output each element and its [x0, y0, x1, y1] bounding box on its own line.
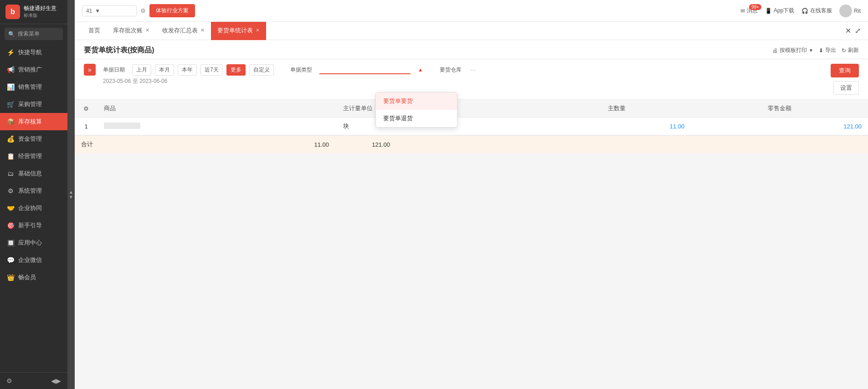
sidebar-item-label: 销售管理 — [18, 83, 42, 91]
date-btn-more[interactable]: 更多 — [226, 64, 246, 76]
marketing-icon: 📢 — [6, 66, 15, 73]
sidebar-logo: b 畅捷通好生意 标准版 — [0, 0, 67, 24]
date-btn-last-month[interactable]: 上月 — [132, 64, 151, 76]
page-header-actions: 🖨 按模板打印 ▼ ⬇ 导出 ↻ 刷新 — [772, 46, 859, 54]
amount-link[interactable]: 121.00 — [843, 123, 862, 130]
sidebar-item-basic[interactable]: 🗂 基础信息 — [0, 165, 67, 182]
trial-button[interactable]: 体验行业方案 — [149, 4, 195, 17]
apps-icon: 🔲 — [6, 239, 15, 246]
sidebar-search[interactable]: 🔍 搜索菜单 — [5, 28, 63, 40]
sales-icon: 📊 — [6, 83, 15, 91]
col-settings[interactable]: ⚙ — [75, 100, 98, 118]
operation-icon: 📋 — [6, 153, 15, 160]
export-button[interactable]: ⬇ 导出 — [819, 46, 836, 54]
sidebar-item-guide[interactable]: 🎯 新手引导 — [0, 217, 67, 234]
refresh-button[interactable]: ↻ 刷新 — [842, 46, 859, 54]
table-header-row: ⚙ 商品 主计量单位 主数量 零售金额 — [75, 100, 868, 118]
sidebar-item-wechat[interactable]: 💬 企业微信 — [0, 251, 67, 269]
footer-label: 合计 — [81, 140, 213, 148]
app-download-button[interactable]: 📱 App下载 — [765, 7, 794, 15]
sidebar: b 畅捷通好生意 标准版 🔍 搜索菜单 ⚡ 快捷导航 📢 营销推广 📊 销售管理… — [0, 0, 67, 389]
batch-tab-close[interactable]: ✕ — [145, 27, 149, 33]
tabbar: 首页 库存批次账 ✕ 收发存汇总表 ✕ 要货单统计表 ✕ ✕ ⤢ — [75, 22, 868, 40]
print-button[interactable]: 🖨 按模板打印 ▼ — [772, 46, 813, 54]
summary-tab-label: 收发存汇总表 — [162, 26, 198, 35]
store-selector[interactable]: 41 ▼ — [82, 5, 137, 16]
filter-toggle-btn[interactable]: » — [84, 64, 96, 76]
print-label: 按模板打印 — [780, 46, 807, 54]
user-name: Rit — [854, 8, 861, 14]
tab-expand-icon[interactable]: ⤢ — [855, 26, 861, 35]
filter-right: 查询 设置 — [831, 64, 859, 95]
tab-batch[interactable]: 库存批次账 ✕ — [107, 22, 156, 40]
sidebar-nav: ⚡ 快捷导航 📢 营销推广 📊 销售管理 🛒 采购管理 📦 库存核算 💰 资金管… — [0, 44, 67, 372]
topbar-left: 41 ▼ ⚙ 体验行业方案 — [82, 4, 735, 17]
dropdown-option-order-goods-label: 要货单要货 — [383, 97, 413, 104]
refresh-label: 刷新 — [848, 46, 859, 54]
settings-icon[interactable]: ⚙ — [140, 7, 146, 14]
sidebar-item-purchase[interactable]: 🛒 采购管理 — [0, 96, 67, 113]
order-stat-tab-label: 要货单统计表 — [217, 26, 253, 35]
sidebar-item-collab[interactable]: 🤝 企业协同 — [0, 200, 67, 217]
online-service-button[interactable]: 🎧 在线客服 — [801, 7, 832, 15]
sidebar-item-system[interactable]: ⚙ 系统管理 — [0, 182, 67, 200]
sidebar-item-quick-nav[interactable]: ⚡ 快捷导航 — [0, 44, 67, 61]
main-table: ⚙ 商品 主计量单位 主数量 零售金额 1 — [75, 100, 868, 135]
quick-nav-icon: ⚡ — [6, 49, 15, 56]
sidebar-item-inventory[interactable]: 📦 库存核算 — [0, 113, 67, 130]
messages-button[interactable]: ✉ 消息 99+ — [740, 7, 758, 15]
sidebar-item-label: 畅会员 — [18, 273, 36, 282]
user-avatar[interactable]: Rit — [839, 5, 861, 17]
tab-close-all-icon[interactable]: ✕ — [845, 26, 851, 35]
sidebar-item-finance[interactable]: 💰 资金管理 — [0, 130, 67, 148]
quantity-link[interactable]: 11.00 — [670, 123, 685, 130]
summary-tab-close[interactable]: ✕ — [200, 27, 205, 33]
date-btn-last-7-days[interactable]: 近7天 — [200, 64, 223, 76]
date-btn-custom[interactable]: 自定义 — [249, 64, 274, 76]
table-row: 1 块 11.00 121.00 — [75, 118, 868, 135]
search-icon: 🔍 — [8, 31, 15, 37]
cell-amount: 121.00 — [691, 118, 868, 135]
query-button[interactable]: 查询 — [831, 64, 859, 77]
guide-icon: 🎯 — [6, 222, 15, 229]
sidebar-item-sales[interactable]: 📊 销售管理 — [0, 78, 67, 96]
sidebar-item-apps[interactable]: 🔲 应用中心 — [0, 234, 67, 251]
filter-chevron-icon: » — [88, 66, 92, 73]
settings-footer-icon[interactable]: ⚙ — [6, 377, 12, 384]
date-btn-this-year[interactable]: 本年 — [178, 64, 197, 76]
store-dropdown-icon: ▼ — [95, 8, 100, 14]
sidebar-item-members[interactable]: 👑 畅会员 — [0, 269, 67, 286]
dropdown-option-order-goods[interactable]: 要货单要货 — [376, 92, 457, 110]
col-quantity: 主数量 — [543, 100, 691, 118]
page-title: 要货单统计表(按商品) — [84, 46, 154, 55]
type-dropdown: 要货单要货 要货单退货 — [375, 92, 457, 128]
order-stat-tab-close[interactable]: ✕ — [256, 27, 260, 33]
warehouse-more-icon[interactable]: ··· — [471, 66, 476, 73]
type-filter-input[interactable] — [319, 65, 411, 74]
cell-quantity: 11.00 — [543, 118, 691, 135]
sidebar-scroll-button[interactable]: ▲▼ — [67, 0, 75, 389]
tab-summary[interactable]: 收发存汇总表 ✕ — [156, 22, 211, 40]
system-icon: ⚙ — [6, 187, 15, 194]
date-range-display: 2023-05-06 至 2023-06-06 — [103, 78, 167, 84]
sidebar-item-label: 应用中心 — [18, 239, 42, 247]
col-amount: 零售金额 — [691, 100, 868, 118]
sidebar-item-operation[interactable]: 📋 经营管理 — [0, 148, 67, 165]
warehouse-filter-label: 要货仓库 — [440, 66, 462, 74]
settings-button[interactable]: 设置 — [833, 81, 859, 95]
tab-order-stat[interactable]: 要货单统计表 ✕ — [211, 22, 266, 40]
dropdown-option-return-goods[interactable]: 要货单退货 — [376, 110, 457, 127]
date-btn-this-month[interactable]: 本月 — [155, 64, 174, 76]
type-filter-dropdown-icon[interactable]: ▲ — [418, 67, 423, 73]
export-icon: ⬇ — [819, 47, 823, 54]
page-header: 要货单统计表(按商品) 🖨 按模板打印 ▼ ⬇ 导出 ↻ 刷新 — [75, 40, 868, 59]
sidebar-item-label: 资金管理 — [18, 135, 42, 143]
sidebar-item-label: 经营管理 — [18, 152, 42, 160]
store-id: 41 — [86, 8, 92, 14]
main-area: 41 ▼ ⚙ 体验行业方案 ✉ 消息 99+ 📱 App下载 🎧 在线客服 R — [75, 0, 868, 389]
tab-home[interactable]: 首页 — [82, 22, 107, 40]
table-container: ⚙ 商品 主计量单位 主数量 零售金额 1 — [75, 100, 868, 135]
table-footer: 合计 11.00 121.00 — [75, 135, 868, 153]
collapse-footer-icon[interactable]: ◀▶ — [51, 377, 61, 384]
sidebar-item-marketing[interactable]: 📢 营销推广 — [0, 61, 67, 78]
